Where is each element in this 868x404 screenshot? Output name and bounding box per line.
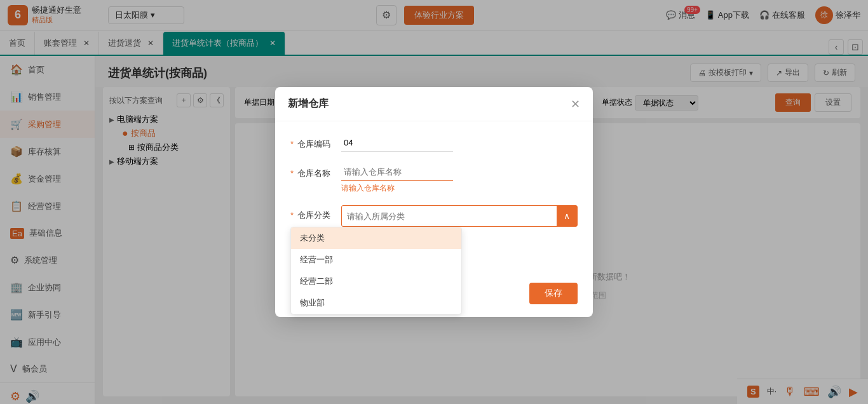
name-label: * 仓库名称 bbox=[290, 163, 341, 179]
form-row-category: * 仓库分类 ∧ 未分类 经营一部 经营二部 物业部 bbox=[290, 205, 578, 227]
name-input[interactable] bbox=[341, 163, 453, 181]
name-error-msg: 请输入仓库名称 bbox=[341, 183, 578, 194]
form-row-code: * 仓库编码 bbox=[290, 134, 578, 152]
category-dropdown-row: ∧ bbox=[341, 205, 578, 227]
code-input[interactable] bbox=[341, 134, 453, 152]
code-control bbox=[341, 134, 578, 152]
dropdown-option-op3[interactable]: 物业部 bbox=[291, 292, 461, 314]
dropdown-option-none[interactable]: 未分类 bbox=[291, 227, 461, 249]
code-label: * 仓库编码 bbox=[290, 134, 341, 150]
category-control: ∧ 未分类 经营一部 经营二部 物业部 bbox=[341, 205, 578, 227]
new-warehouse-dialog: 新增仓库 ✕ * 仓库编码 * 仓库名称 bbox=[275, 87, 593, 317]
dialog-overlay: 新增仓库 ✕ * 仓库编码 * 仓库名称 bbox=[0, 0, 868, 404]
dialog-title: 新增仓库 bbox=[288, 97, 329, 111]
form-row-name: * 仓库名称 请输入仓库名称 bbox=[290, 163, 578, 194]
save-button[interactable]: 保存 bbox=[529, 283, 578, 304]
category-dropdown-list: 未分类 经营一部 经营二部 物业部 bbox=[290, 227, 462, 314]
dropdown-option-op2[interactable]: 经营二部 bbox=[291, 271, 461, 292]
dialog-close-button[interactable]: ✕ bbox=[571, 98, 580, 110]
dialog-body: * 仓库编码 * 仓库名称 请输入仓库名称 bbox=[275, 121, 593, 278]
name-control: 请输入仓库名称 bbox=[341, 163, 578, 194]
dropdown-option-op1[interactable]: 经营一部 bbox=[291, 249, 461, 271]
category-input[interactable] bbox=[342, 208, 557, 225]
category-dropdown-arrow[interactable]: ∧ bbox=[557, 206, 577, 226]
category-label: * 仓库分类 bbox=[290, 205, 341, 221]
dialog-header: 新增仓库 ✕ bbox=[275, 87, 593, 121]
